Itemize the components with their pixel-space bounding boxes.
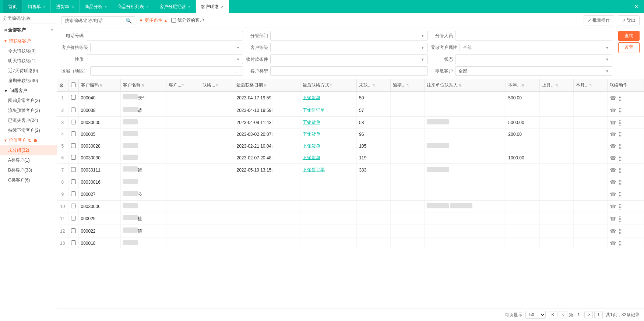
row-checkbox-cell[interactable] xyxy=(68,152,78,164)
row-checkbox[interactable] xyxy=(71,143,76,148)
sidebar-item-class-b[interactable]: B类客户(33) xyxy=(0,165,57,175)
row-checkbox[interactable] xyxy=(71,95,76,100)
row-name[interactable] xyxy=(121,176,166,188)
row-name[interactable]: 浣 xyxy=(121,225,166,237)
customer-level-select[interactable]: ▼ xyxy=(270,43,427,52)
sidebar-item-ungrouped[interactable]: 未分组(32) xyxy=(0,145,57,155)
filter-search-box[interactable]: 🔍 xyxy=(61,16,135,25)
contact-action-icon[interactable]: ☎ xyxy=(610,107,616,113)
contact-action-icon[interactable]: ☎ xyxy=(610,240,616,246)
more-action-icon[interactable]: ⣿ xyxy=(618,131,622,137)
purchase-tab-close[interactable]: × xyxy=(71,4,74,9)
row-checkbox[interactable] xyxy=(71,107,76,112)
row-checkbox[interactable] xyxy=(71,179,76,184)
more-action-icon[interactable]: ⣿ xyxy=(618,179,622,185)
row-checkbox-cell[interactable] xyxy=(68,176,78,188)
sidebar-item-7days[interactable]: 近7天待联络(0) xyxy=(0,66,57,76)
query-btn[interactable]: 查询 xyxy=(618,31,640,41)
row-name[interactable] xyxy=(121,201,166,212)
more-action-icon[interactable]: ⣿ xyxy=(618,167,622,173)
first-page-btn[interactable]: K xyxy=(549,311,557,318)
contact-action-icon[interactable]: ☎ xyxy=(610,228,616,234)
row-last-method[interactable] xyxy=(300,225,356,237)
row-checkbox[interactable] xyxy=(71,167,76,172)
export-btn[interactable]: ↗ 导出 xyxy=(618,15,640,25)
col-checkbox[interactable] xyxy=(68,79,78,92)
sidebar-item-hoarding[interactable]: 囤购异常客户(2) xyxy=(0,96,57,106)
row-last-method[interactable]: 下销货单 xyxy=(300,92,356,104)
sidebar-collapse-icon[interactable]: « xyxy=(50,28,53,33)
price-level-select[interactable]: ▼ xyxy=(90,43,243,52)
contact-action-icon[interactable]: ☎ xyxy=(610,143,616,149)
row-checkbox[interactable] xyxy=(71,191,76,196)
customer-contact-tab-close[interactable]: × xyxy=(221,4,223,9)
row-last-method[interactable]: 下销货单 xyxy=(300,128,356,140)
nav-tab-customer-mgmt[interactable]: 客户分层经营 × xyxy=(154,0,196,13)
last-page-btn[interactable]: 1 xyxy=(594,311,603,318)
sidebar-group-value[interactable]: ▼ 价值客户 ↻ xyxy=(0,135,57,145)
row-action[interactable]: ☎ ⣿ xyxy=(608,201,644,212)
nav-tab-customer-contact[interactable]: 客户联络 × xyxy=(196,0,229,13)
sidebar-item-churn-warning[interactable]: 流失预警客户(3) xyxy=(0,106,57,116)
col-contacts[interactable]: 往来单位联系人⇅ xyxy=(425,79,506,92)
row-last-method[interactable] xyxy=(300,237,356,249)
row-checkbox-cell[interactable] xyxy=(68,188,78,201)
per-page-select[interactable]: 50 100 200 xyxy=(525,311,546,319)
row-name[interactable]: 请 xyxy=(121,104,166,117)
col-last-method[interactable]: 最后联络方式⇅ xyxy=(300,79,356,92)
row-last-method[interactable]: 下销货单 xyxy=(300,152,356,164)
row-name[interactable]: 亲件 xyxy=(121,92,166,104)
contact-action-icon[interactable]: ☎ xyxy=(610,95,616,101)
col-type[interactable]: 客户...⇅ xyxy=(166,79,200,92)
row-action[interactable]: ☎ ⣿ xyxy=(608,164,644,176)
sidebar-item-churned[interactable]: 已流失客户(24) xyxy=(0,116,57,126)
row-name[interactable] xyxy=(121,237,166,249)
row-checkbox[interactable] xyxy=(71,228,76,233)
prev-page-btn[interactable]: < xyxy=(559,311,567,318)
sidebar-item-tomorrow[interactable]: 明天待联络(1) xyxy=(0,56,57,66)
row-checkbox[interactable] xyxy=(71,240,76,245)
row-checkbox[interactable] xyxy=(71,216,76,221)
row-name[interactable] xyxy=(121,128,166,140)
contact-action-icon[interactable]: ☎ xyxy=(610,204,616,209)
row-action[interactable]: ☎ ⣿ xyxy=(608,92,644,104)
contact-action-icon[interactable]: ☎ xyxy=(610,216,616,222)
next-page-btn[interactable]: > xyxy=(584,311,593,318)
row-checkbox[interactable] xyxy=(71,131,76,136)
row-last-method[interactable]: 下销货单 xyxy=(300,140,356,152)
settings-icon[interactable]: ⚙ xyxy=(59,82,64,88)
customer-type-select[interactable] xyxy=(270,66,427,76)
row-name[interactable]: 运 xyxy=(121,164,166,176)
contact-action-icon[interactable]: ☎ xyxy=(610,131,616,137)
row-name[interactable] xyxy=(121,152,166,164)
contact-action-icon[interactable]: ☎ xyxy=(610,167,616,173)
more-action-icon[interactable]: ⣿ xyxy=(618,95,622,101)
payment-select[interactable]: ▼ xyxy=(270,54,427,64)
row-checkbox-cell[interactable] xyxy=(68,201,78,212)
filter-more-btn[interactable]: ▼ 更多条件 ▲ xyxy=(139,17,168,24)
person-select[interactable]: … xyxy=(455,31,612,40)
more-action-icon[interactable]: ⣿ xyxy=(618,155,622,161)
filter-search-input[interactable] xyxy=(65,18,124,23)
row-checkbox-cell[interactable] xyxy=(68,164,78,176)
more-action-icon[interactable]: ⣿ xyxy=(618,228,622,234)
row-last-method[interactable] xyxy=(300,212,356,225)
sidebar-item-today[interactable]: 今天待联络(0) xyxy=(0,46,57,56)
contact-action-icon[interactable]: ☎ xyxy=(610,179,616,185)
select-all-checkbox[interactable] xyxy=(71,82,76,87)
row-checkbox-cell[interactable] xyxy=(68,104,78,117)
col-settings[interactable]: ⚙ xyxy=(57,79,68,92)
dept-select[interactable]: ▼ xyxy=(270,31,427,40)
row-action[interactable]: ☎ ⣿ xyxy=(608,152,644,164)
col-no-contact[interactable]: 未联...⇅ xyxy=(357,79,391,92)
row-action[interactable]: ☎ ⣿ xyxy=(608,176,644,188)
row-name[interactable] xyxy=(121,140,166,152)
row-action[interactable]: ☎ ⣿ xyxy=(608,104,644,117)
col-code[interactable]: 客户编码⇅ xyxy=(78,79,121,92)
sidebar-item-class-c[interactable]: C类客户(6) xyxy=(0,175,57,185)
more-action-icon[interactable]: ⣿ xyxy=(618,216,622,222)
filter-search-icon[interactable]: 🔍 xyxy=(126,18,132,24)
row-last-method[interactable] xyxy=(300,188,356,201)
contact-action-icon[interactable]: ☎ xyxy=(610,120,616,126)
sidebar-all-customers[interactable]: ⊞ 全部客户 « xyxy=(0,24,57,36)
